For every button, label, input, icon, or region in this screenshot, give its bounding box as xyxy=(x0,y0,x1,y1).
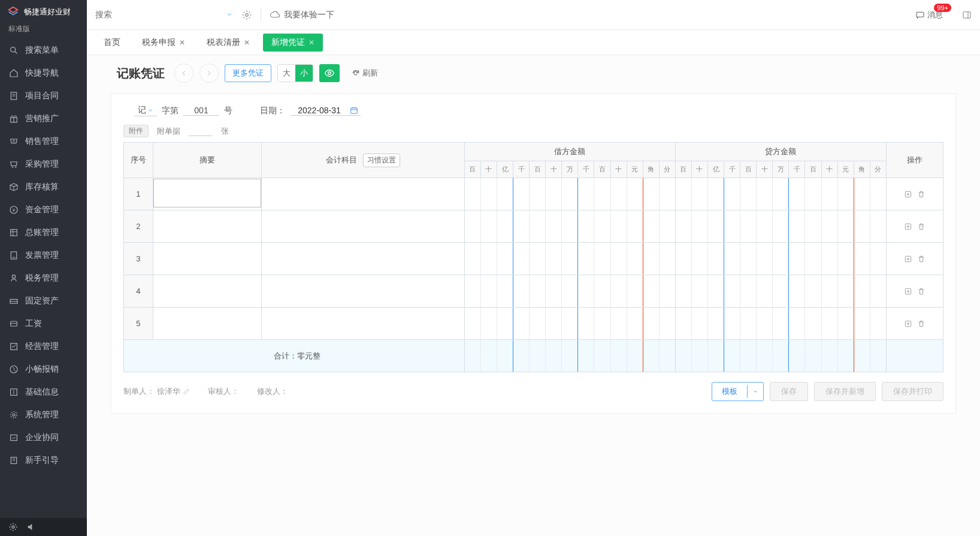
tab-1[interactable]: 税务申报✕ xyxy=(134,34,193,52)
search-input[interactable] xyxy=(95,10,221,19)
credit-cell[interactable] xyxy=(675,275,886,308)
brand-area: 畅捷通好业财 xyxy=(0,0,87,24)
summary-cell[interactable] xyxy=(153,178,261,210)
debit-cell[interactable] xyxy=(464,210,675,243)
sidebar-item-13[interactable]: 经营管理 xyxy=(0,335,87,358)
sidebar-item-15[interactable]: 基础信息 xyxy=(0,381,87,403)
summary-cell[interactable] xyxy=(153,308,261,340)
debit-cell[interactable] xyxy=(464,308,675,340)
sidebar-item-14[interactable]: 小畅报销 xyxy=(0,358,87,381)
card-footer: 制单人： 徐泽华 审核人： 修改人： 模板 保存 xyxy=(123,382,943,401)
close-icon[interactable]: ✕ xyxy=(244,38,250,47)
sidebar-item-4[interactable]: 销售管理 xyxy=(0,130,87,153)
add-row-icon[interactable] xyxy=(904,287,912,296)
delete-row-icon[interactable] xyxy=(917,255,925,263)
date-input[interactable] xyxy=(292,106,346,115)
subject-cell[interactable] xyxy=(262,243,465,275)
sidebar-item-label: 快捷导航 xyxy=(25,68,59,79)
next-button[interactable] xyxy=(199,64,219,83)
preview-button[interactable] xyxy=(319,64,340,82)
settings-icon[interactable] xyxy=(8,522,18,532)
search-icon xyxy=(8,45,19,56)
more-voucher-button[interactable]: 更多凭证 xyxy=(225,64,271,82)
credit-cell[interactable] xyxy=(675,178,886,210)
row-seq: 4 xyxy=(124,275,153,308)
credit-cell[interactable] xyxy=(675,243,886,275)
debit-cell[interactable] xyxy=(464,178,675,210)
sidebar-item-17[interactable]: 企业协同 xyxy=(0,426,87,449)
global-search[interactable] xyxy=(95,10,233,20)
guide-icon xyxy=(8,455,19,466)
voucher-type-select[interactable]: 记 xyxy=(134,105,157,116)
date-picker[interactable] xyxy=(290,106,361,116)
summary-cell[interactable] xyxy=(153,210,261,243)
attachment-tag[interactable]: 附件 xyxy=(123,125,149,137)
sidebar-item-16[interactable]: 系统管理 xyxy=(0,403,87,426)
sidebar-item-12[interactable]: 工资 xyxy=(0,312,87,335)
delete-row-icon[interactable] xyxy=(917,190,925,198)
sidebar-item-3[interactable]: 营销推广 xyxy=(0,107,87,130)
tab-3[interactable]: 新增凭证✕ xyxy=(263,34,323,52)
credit-cell[interactable] xyxy=(675,210,886,243)
svg-rect-11 xyxy=(11,230,17,236)
template-button[interactable]: 模板 xyxy=(712,382,764,401)
sidebar-item-0[interactable]: 搜索菜单 xyxy=(0,39,87,62)
sidebar-item-18[interactable]: 新手引导 xyxy=(0,449,87,472)
gear-icon[interactable] xyxy=(241,10,252,20)
sidebar-item-label: 企业协同 xyxy=(25,432,59,443)
sidebar-item-6[interactable]: 库存核算 xyxy=(0,176,87,198)
sidebar-item-11[interactable]: 固定资产 xyxy=(0,290,87,312)
size-large-option[interactable]: 大 xyxy=(278,65,295,82)
sidebar-item-1[interactable]: 快捷导航 xyxy=(0,62,87,85)
refresh-button[interactable]: 刷新 xyxy=(352,68,378,79)
save-button[interactable]: 保存 xyxy=(770,382,808,401)
tab-0[interactable]: 首页 xyxy=(95,34,129,52)
sidebar-item-8[interactable]: 总账管理 xyxy=(0,221,87,244)
attachment-count-input[interactable] xyxy=(189,127,213,136)
header-credit: 贷方金额 xyxy=(675,143,886,161)
delete-row-icon[interactable] xyxy=(917,320,925,328)
prev-button[interactable] xyxy=(174,64,193,83)
calendar-icon xyxy=(350,106,358,115)
save-new-button[interactable]: 保存并新增 xyxy=(814,382,876,401)
subject-cell[interactable] xyxy=(262,178,465,210)
debit-cell[interactable] xyxy=(464,243,675,275)
add-row-icon[interactable] xyxy=(904,320,912,328)
summary-cell[interactable] xyxy=(153,275,261,308)
sidebar-item-5[interactable]: 采购管理 xyxy=(0,153,87,176)
summary-input[interactable] xyxy=(153,179,261,207)
tab-2[interactable]: 税表清册✕ xyxy=(198,34,258,52)
voucher-number-input[interactable] xyxy=(183,106,219,116)
experience-link[interactable]: 我要体验一下 xyxy=(270,10,334,20)
chevron-down-icon[interactable] xyxy=(226,11,233,18)
debit-cell[interactable] xyxy=(464,275,675,308)
close-icon[interactable]: ✕ xyxy=(308,38,314,47)
add-row-icon[interactable] xyxy=(904,190,912,198)
add-row-icon[interactable] xyxy=(904,255,912,263)
size-small-option[interactable]: 小 xyxy=(295,65,313,82)
sidebar-item-label: 发票管理 xyxy=(25,250,59,261)
sidebar-item-9[interactable]: 发票管理 xyxy=(0,244,87,267)
credit-cell[interactable] xyxy=(675,308,886,340)
sidebar-item-2[interactable]: 项目合同 xyxy=(0,85,87,107)
summary-cell[interactable] xyxy=(153,243,261,275)
subject-cell[interactable] xyxy=(262,308,465,340)
close-icon[interactable]: ✕ xyxy=(179,38,185,47)
habit-settings-button[interactable]: 习惯设置 xyxy=(363,153,400,167)
sidebar-item-10[interactable]: 税务管理 xyxy=(0,267,87,290)
attachment-row: 附件 附单据 张 xyxy=(123,125,943,137)
edit-icon[interactable] xyxy=(183,388,190,395)
panel-toggle-icon[interactable] xyxy=(962,10,972,20)
digit-header: 十 xyxy=(691,161,707,178)
messages-button[interactable]: 消息 99+ xyxy=(915,10,943,20)
sidebar-item-7[interactable]: ¥资金管理 xyxy=(0,198,87,221)
chevron-down-icon[interactable] xyxy=(747,385,763,398)
add-row-icon[interactable] xyxy=(904,222,912,231)
delete-row-icon[interactable] xyxy=(917,287,925,296)
sound-icon[interactable] xyxy=(26,522,36,532)
subject-cell[interactable] xyxy=(262,275,465,308)
subject-cell[interactable] xyxy=(262,210,465,243)
delete-row-icon[interactable] xyxy=(917,222,925,231)
sheet-unit: 张 xyxy=(221,126,229,137)
save-print-button[interactable]: 保存并打印 xyxy=(882,382,943,401)
